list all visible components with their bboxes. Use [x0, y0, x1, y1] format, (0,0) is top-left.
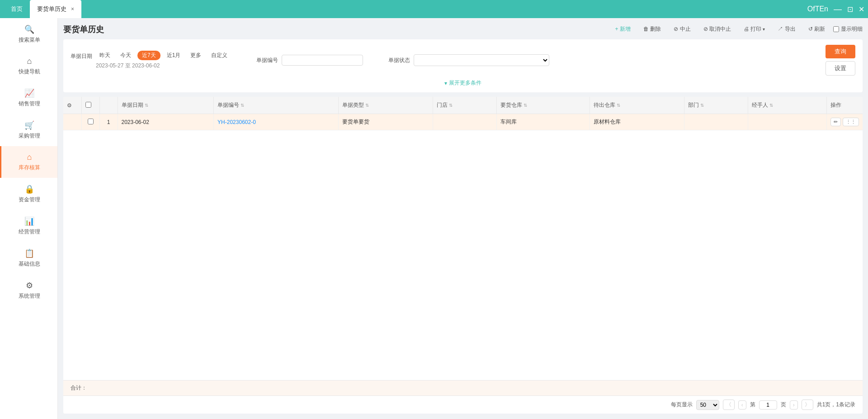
- th-num: [99, 97, 118, 114]
- date-range-text: 2023-05-27 至 2023-06-02: [96, 62, 231, 70]
- print-label: 🖨 打印: [744, 25, 761, 33]
- first-page-button[interactable]: 《: [723, 400, 735, 410]
- sidebar-item-purchase[interactable]: 🛒 采购管理: [0, 114, 57, 146]
- store-sort-icon[interactable]: ⇅: [449, 103, 453, 108]
- inventory-icon: ⌂: [27, 152, 32, 162]
- cancel-stop-button[interactable]: ⊘ 取消中止: [699, 24, 736, 35]
- query-button[interactable]: 查询: [826, 45, 855, 58]
- td-num: 1: [99, 114, 118, 130]
- system-icon: ⚙: [26, 281, 33, 290]
- tab-active[interactable]: 要货单历史 ×: [30, 0, 81, 18]
- row-more-button[interactable]: ⋮⋮: [843, 118, 859, 126]
- expand-down-icon: ▾: [444, 80, 447, 86]
- select-all-checkbox[interactable]: [85, 102, 91, 108]
- department-sort-icon[interactable]: ⇅: [700, 103, 704, 108]
- doc-no-input[interactable]: [282, 55, 363, 66]
- th-date: 单据日期 ⇅: [118, 97, 214, 114]
- row-checkbox[interactable]: [88, 119, 94, 124]
- th-department-label: 部门: [688, 101, 699, 109]
- next-page-button[interactable]: ›: [790, 400, 798, 409]
- date-filter-group: 单据日期 昨天 今天 近7天 近1月 更多 自定义 2023-05-27 至 2…: [71, 51, 231, 70]
- date-btn-yesterday[interactable]: 昨天: [96, 51, 114, 60]
- row-num: 1: [107, 119, 110, 125]
- stop-button[interactable]: ⊘ 中止: [669, 24, 695, 35]
- resize-icon[interactable]: ⊡: [847, 5, 853, 14]
- prev-page-button[interactable]: ‹: [738, 400, 746, 409]
- doc-no-label: 单据编号: [256, 57, 278, 64]
- sidebar-item-search[interactable]: 🔍 搜索菜单: [0, 18, 57, 50]
- date-btn-custom[interactable]: 自定义: [208, 51, 231, 60]
- th-department: 部门 ⇅: [684, 97, 748, 114]
- th-doc-no: 单据编号 ⇅: [214, 97, 339, 114]
- th-handler: 经手人 ⇅: [748, 97, 826, 114]
- th-pending-warehouse: 待出仓库 ⇅: [590, 97, 684, 114]
- row-date: 2023-06-02: [122, 119, 149, 125]
- tab-close-icon[interactable]: ×: [71, 6, 74, 12]
- export-button[interactable]: ↗ 导出: [773, 24, 800, 35]
- finance-icon: 🔒: [24, 184, 34, 194]
- sidebar-item-basic-info[interactable]: 📋 基础信息: [0, 242, 57, 274]
- date-btn-today[interactable]: 今天: [117, 51, 135, 60]
- td-store: [433, 114, 496, 130]
- close-icon[interactable]: ✕: [859, 5, 864, 14]
- add-button[interactable]: + 新增: [611, 24, 635, 35]
- req-warehouse-sort-icon[interactable]: ⇅: [524, 103, 527, 108]
- table-scroll[interactable]: ⚙ 单据日期 ⇅: [63, 97, 863, 380]
- tab-home[interactable]: 首页: [4, 0, 30, 18]
- expand-filter-button[interactable]: ▾ 展开更多条件: [71, 79, 855, 87]
- status-select[interactable]: [414, 54, 549, 66]
- refresh-button[interactable]: ↺ 刷新: [804, 24, 830, 35]
- often-label: OfTEn: [807, 5, 828, 13]
- data-table: ⚙ 单据日期 ⇅: [63, 97, 863, 130]
- page-label: 第: [750, 401, 755, 409]
- delete-button[interactable]: 🗑 删除: [639, 24, 665, 35]
- table-row[interactable]: 1 2023-06-02 YH-20230602-0 要货单要货: [63, 114, 863, 130]
- td-doc-no: YH-20230602-0: [214, 114, 339, 130]
- page-input[interactable]: [759, 400, 777, 409]
- sidebar-item-operations[interactable]: 📊 经营管理: [0, 210, 57, 242]
- row-edit-button[interactable]: ✏: [830, 118, 841, 126]
- th-pending-warehouse-label: 待出仓库: [594, 101, 615, 109]
- doc-no-sort-icon[interactable]: ⇅: [241, 103, 244, 108]
- date-btn-more[interactable]: 更多: [187, 51, 205, 60]
- date-btn-7days[interactable]: 近7天: [137, 51, 160, 60]
- settings-button[interactable]: 设置: [826, 61, 855, 76]
- pending-warehouse-sort-icon[interactable]: ⇅: [617, 103, 620, 108]
- per-page-select[interactable]: 50 10 20 100: [696, 400, 719, 410]
- sidebar-item-system[interactable]: ⚙ 系统管理: [0, 274, 57, 306]
- display-detail-checkbox[interactable]: [833, 26, 839, 32]
- print-dropdown-icon[interactable]: ▾: [763, 27, 765, 32]
- sidebar-item-sales-label: 销售管理: [19, 100, 40, 108]
- purchase-icon: 🛒: [24, 120, 34, 130]
- sidebar-item-inventory[interactable]: ⌂ 库存核算: [0, 146, 57, 178]
- date-sort-icon[interactable]: ⇅: [145, 103, 148, 108]
- page-suffix: 页: [781, 401, 786, 409]
- sidebar-item-finance[interactable]: 🔒 资金管理: [0, 178, 57, 210]
- print-button[interactable]: 🖨 打印 ▾: [739, 24, 769, 35]
- sidebar-item-purchase-label: 采购管理: [19, 132, 40, 140]
- row-doc-type: 要货单要货: [342, 119, 369, 125]
- minimize-icon[interactable]: —: [834, 5, 842, 14]
- sidebar-item-system-label: 系统管理: [19, 292, 40, 300]
- summary-row: 合计：: [63, 380, 863, 395]
- operations-icon: 📊: [24, 216, 34, 226]
- action-buttons: 查询 设置: [826, 45, 855, 76]
- table-settings-icon[interactable]: ⚙: [67, 102, 72, 109]
- table-body: 1 2023-06-02 YH-20230602-0 要货单要货: [63, 114, 863, 130]
- sidebar-item-nav[interactable]: ⌂ 快捷导航: [0, 50, 57, 82]
- doc-type-sort-icon[interactable]: ⇅: [365, 103, 369, 108]
- doc-no-filter-group: 单据编号: [256, 55, 363, 66]
- date-btn-1month[interactable]: 近1月: [163, 51, 184, 60]
- handler-sort-icon[interactable]: ⇅: [769, 103, 773, 108]
- sidebar-item-sales[interactable]: 📈 销售管理: [0, 82, 57, 114]
- toolbar: + 新增 🗑 删除 ⊘ 中止 ⊘ 取消中止 🖨 打印 ▾ ↗ 导出 ↺ 刷新 显…: [611, 24, 863, 35]
- td-pending-warehouse: 原材料仓库: [590, 114, 684, 130]
- last-page-button[interactable]: 》: [802, 400, 813, 410]
- pagination: 每页显示 50 10 20 100 《 ‹ 第 页 › 》 共1页，1条记录: [63, 395, 863, 414]
- row-doc-no-link[interactable]: YH-20230602-0: [217, 119, 256, 125]
- sales-icon: 📈: [24, 88, 34, 98]
- main-layout: 🔍 搜索菜单 ⌂ 快捷导航 📈 销售管理 🛒 采购管理 ⌂ 库存核算 🔒 资金管…: [0, 18, 868, 419]
- th-date-label: 单据日期: [122, 101, 143, 109]
- display-detail-label: 显示明细: [841, 25, 863, 33]
- sidebar-item-nav-label: 快捷导航: [19, 68, 40, 76]
